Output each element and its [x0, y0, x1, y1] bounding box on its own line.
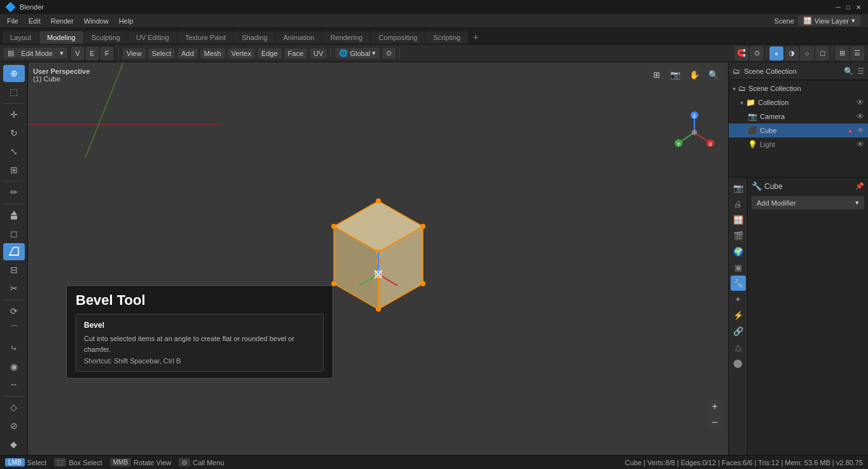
tab-compositing[interactable]: Compositing	[371, 31, 425, 44]
vertex-select-btn[interactable]: V	[71, 46, 85, 60]
mesh-menu[interactable]: Mesh	[200, 48, 225, 59]
viewport-shading-material[interactable]: ◑	[785, 46, 799, 60]
svg-text:Y: Y	[677, 142, 680, 146]
sidebar-sep5	[4, 396, 24, 396]
add-menu[interactable]: Add	[177, 48, 198, 59]
eye-icon[interactable]: 👁	[857, 98, 864, 107]
tool-transform[interactable]: ⊞	[3, 161, 25, 178]
tree-scene-collection[interactable]: ▾ 🗂 Scene Collection	[729, 81, 868, 95]
tab-uv-editing[interactable]: UV Editing	[128, 31, 177, 44]
pivot-point[interactable]: ⊙	[382, 48, 396, 59]
tree-light[interactable]: 💡 Light 👁	[729, 137, 868, 151]
viewport-shading-solid[interactable]: ●	[769, 46, 783, 60]
search-icon[interactable]: 🔍	[844, 67, 853, 76]
tool-annotate[interactable]: ✏	[3, 184, 25, 201]
tool-inset[interactable]: ◻	[3, 225, 25, 242]
xray-btn[interactable]: ☰	[850, 46, 864, 60]
cube-restrict-icon[interactable]: 🔺	[846, 127, 854, 134]
viewport-shading-rendered[interactable]: ○	[800, 46, 814, 60]
props-world[interactable]: 🌍	[731, 244, 746, 259]
proportional-edit-btn[interactable]: ⊙	[750, 46, 764, 60]
camera-view-btn[interactable]: 📷	[667, 66, 684, 83]
tool-edge-slide[interactable]: ⤷	[3, 339, 25, 356]
props-modifier[interactable]: 🔧	[731, 276, 746, 291]
uv-menu[interactable]: UV	[310, 48, 327, 59]
scene-label: Scene	[775, 17, 794, 25]
tool-select[interactable]: ⬚	[3, 83, 25, 101]
transform-orientation[interactable]: 🌐 Global ▾	[335, 48, 380, 59]
props-material[interactable]: ⬤	[731, 355, 746, 370]
view-menu[interactable]: View	[123, 48, 146, 59]
add-modifier-button[interactable]: Add Modifier ▾	[752, 196, 864, 209]
face-select-btn[interactable]: F	[100, 46, 114, 60]
overlay-btn[interactable]: ⊞	[835, 46, 849, 60]
modifier-pin-icon[interactable]: 📌	[855, 182, 864, 190]
tool-bevel[interactable]	[3, 243, 25, 260]
tool-scale[interactable]: ⤡	[3, 143, 25, 160]
tool-poly-build[interactable]: ◆	[3, 435, 25, 452]
tool-loop-cut[interactable]: ⊟	[3, 262, 25, 279]
props-output[interactable]: 🖨	[731, 196, 746, 211]
cube-eye-icon[interactable]: 👁	[857, 126, 864, 135]
light-eye-icon[interactable]: 👁	[857, 140, 864, 149]
props-scene[interactable]: 🎬	[731, 228, 746, 243]
tab-sculpting[interactable]: Sculpting	[84, 31, 128, 44]
hand-pan-btn[interactable]: ✋	[686, 66, 703, 83]
filter-icon[interactable]: ☰	[857, 67, 864, 76]
edge-select-btn[interactable]: E	[85, 46, 99, 60]
tool-smooth[interactable]: ⌒	[3, 321, 25, 338]
add-workspace-button[interactable]: +	[469, 30, 483, 44]
tool-spin[interactable]: ⟳	[3, 303, 25, 320]
tab-animation[interactable]: Animation	[276, 31, 322, 44]
mode-selector[interactable]: ▤ Edit Mode ▾	[4, 48, 67, 59]
tool-rotate[interactable]: ↻	[3, 124, 25, 141]
viewport-zoom-in[interactable]: +	[708, 400, 722, 414]
props-constraints[interactable]: 🔗	[731, 323, 746, 339]
vertex-menu[interactable]: Vertex	[228, 48, 255, 59]
tab-layout[interactable]: Layout	[3, 31, 39, 44]
close-button[interactable]: ✕	[854, 3, 863, 11]
tool-extrude[interactable]	[3, 206, 25, 223]
camera-grid-btn[interactable]: ⊞	[648, 66, 665, 83]
menu-file[interactable]: File	[3, 16, 23, 26]
zoom-btn[interactable]: 🔍	[705, 66, 722, 83]
viewport-right-tools: + −	[708, 400, 722, 430]
maximize-button[interactable]: □	[844, 3, 853, 11]
viewport[interactable]: User Perspective (1) Cube ⊞ 📷 ✋ 🔍 Z X	[28, 62, 728, 455]
snapping-btn[interactable]: 🧲	[734, 46, 748, 60]
tab-texture-paint[interactable]: Texture Paint	[177, 31, 233, 44]
props-data[interactable]: △	[731, 339, 746, 354]
props-view-layer[interactable]: 🪟	[731, 212, 746, 227]
tool-push-pull[interactable]: ↔	[3, 376, 25, 393]
tool-move[interactable]: ✛	[3, 106, 25, 123]
tab-modeling[interactable]: Modeling	[39, 31, 83, 44]
tool-shear[interactable]: ◇	[3, 399, 25, 416]
menu-edit[interactable]: Edit	[24, 16, 45, 26]
menu-window[interactable]: Window	[79, 16, 113, 26]
props-particles[interactable]: ✦	[731, 291, 746, 307]
face-menu[interactable]: Face	[284, 48, 307, 59]
props-render[interactable]: 📷	[731, 180, 746, 195]
viewport-shading-wireframe[interactable]: ◻	[815, 46, 829, 60]
menu-help[interactable]: Help	[114, 16, 138, 26]
tool-cursor[interactable]: ⊕	[3, 65, 25, 82]
tree-cube[interactable]: ⬛ Cube 🔺 👁	[729, 123, 868, 137]
camera-eye-icon[interactable]: 👁	[857, 112, 864, 121]
add-modifier-arrow: ▾	[855, 199, 859, 207]
props-physics[interactable]: ⚡	[731, 307, 746, 323]
select-menu[interactable]: Select	[148, 48, 176, 59]
menu-render[interactable]: Render	[46, 16, 78, 26]
tree-collection[interactable]: ▾ 📁 Collection 👁	[729, 95, 868, 109]
view-layer-selector[interactable]: 🪟 View Layer ▾	[798, 15, 860, 26]
tree-camera[interactable]: 📷 Camera 👁	[729, 109, 868, 123]
tab-scripting[interactable]: Scripting	[425, 31, 468, 44]
tab-shading[interactable]: Shading	[234, 31, 275, 44]
tool-shrink-fatten[interactable]: ◉	[3, 358, 25, 375]
tab-rendering[interactable]: Rendering	[322, 31, 370, 44]
tool-knife[interactable]: ✂	[3, 280, 25, 297]
props-object[interactable]: ▣	[731, 260, 746, 275]
edge-menu[interactable]: Edge	[258, 48, 282, 59]
minimize-button[interactable]: ─	[834, 3, 843, 11]
viewport-zoom-out[interactable]: −	[708, 416, 722, 430]
tool-rip[interactable]: ⊘	[3, 417, 25, 434]
